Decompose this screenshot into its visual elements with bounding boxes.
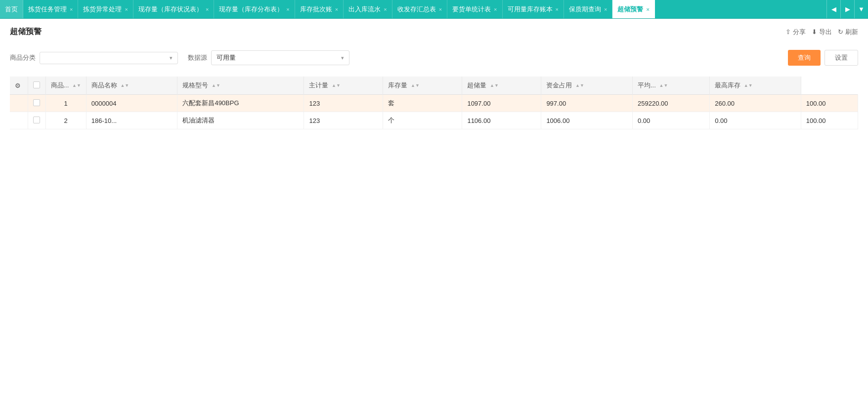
col-stock[interactable]: 库存量 ▲▼ — [383, 77, 462, 95]
category-select[interactable]: ▾ — [40, 52, 178, 64]
col-check — [28, 77, 45, 95]
col-unit[interactable]: 主计量 ▲▼ — [304, 77, 383, 95]
nav-arrow-more[interactable]: ▼ — [854, 0, 868, 19]
category-label: 商品分类 — [10, 53, 36, 62]
datasource-label: 数据源 — [188, 53, 207, 62]
nav-item-batch[interactable]: 库存批次账 × — [295, 0, 344, 18]
sort-icon: ▲▼ — [490, 83, 499, 88]
close-icon[interactable]: × — [494, 6, 497, 12]
close-icon[interactable]: × — [439, 6, 442, 12]
close-icon[interactable]: × — [556, 6, 559, 12]
nav-item-summary[interactable]: 收发存汇总表 × — [392, 0, 447, 18]
row-name: 机油滤清器 — [177, 112, 304, 129]
chevron-down-icon: ▾ — [341, 55, 344, 61]
col-max-stock[interactable]: 最高库存 ▲▼ — [710, 77, 801, 95]
col-spec[interactable]: 规格型号 ▲▼ — [177, 77, 304, 95]
share-button[interactable]: ⇧ 分享 — [785, 28, 806, 37]
close-icon[interactable]: × — [335, 6, 338, 12]
sort-icon: ▲▼ — [575, 83, 584, 88]
nav-arrows: ◀ ▶ ▼ — [826, 0, 868, 19]
row-max-stock: 100.00 — [801, 112, 858, 129]
row-capital: 259220.00 — [633, 95, 710, 112]
close-icon[interactable]: × — [70, 6, 73, 12]
col-avg[interactable]: 平均... ▲▼ — [633, 77, 710, 95]
col-capital[interactable]: 资金占用 ▲▼ — [541, 77, 633, 95]
close-icon[interactable]: × — [206, 6, 209, 12]
export-icon: ⬇ — [812, 28, 817, 36]
table-row: 1 0000004 六配套新昌490BPG 123 套 1097.00 997.… — [10, 95, 858, 112]
table-header-row: ⚙ 商品... ▲▼ 商品名称 ▲▼ 规格型号 ▲▼ 主计 — [10, 77, 858, 95]
row-gear — [10, 112, 28, 129]
page-header: 超储预警 ⇧ 分享 ⬇ 导出 ↻ 刷新 — [10, 27, 858, 37]
row-checkbox[interactable] — [33, 117, 40, 123]
nav-arrow-left[interactable]: ◀ — [826, 0, 840, 19]
page-content: 超储预警 ⇧ 分享 ⬇ 导出 ↻ 刷新 商品分类 ▾ 数据源 — [0, 19, 868, 395]
datasource-select[interactable]: 可用量 ▾ — [211, 50, 349, 65]
sort-icon: ▲▼ — [120, 83, 129, 88]
close-icon[interactable]: × — [604, 6, 607, 12]
nav-item-inout-flow[interactable]: 出入库流水 × — [344, 0, 392, 18]
header-checkbox[interactable] — [33, 81, 40, 88]
row-avg: 260.00 — [710, 95, 801, 112]
share-icon: ⇧ — [785, 28, 791, 36]
nav-item-stock-status[interactable]: 现存量（库存状况表） × — [133, 0, 214, 18]
gear-icon: ⚙ — [15, 82, 21, 89]
nav-item-task-mgmt[interactable]: 拣货任务管理 × — [23, 0, 78, 18]
row-check[interactable] — [28, 95, 45, 112]
data-table: ⚙ 商品... ▲▼ 商品名称 ▲▼ 规格型号 ▲▼ 主计 — [10, 77, 858, 129]
sort-icon: ▲▼ — [212, 83, 220, 88]
nav-item-available[interactable]: 可用量库存账本 × — [503, 0, 564, 18]
query-button[interactable]: 查询 — [788, 50, 821, 66]
row-over-stock: 997.00 — [541, 95, 633, 112]
header-actions: ⇧ 分享 ⬇ 导出 ↻ 刷新 — [785, 28, 858, 37]
nav-item-order-stats[interactable]: 要货单统计表 × — [447, 0, 502, 18]
export-button[interactable]: ⬇ 导出 — [812, 28, 832, 37]
row-name: 六配套新昌490BPG — [177, 95, 304, 112]
row-index: 1 — [45, 95, 86, 112]
close-icon[interactable]: × — [646, 6, 649, 12]
datasource-filter: 数据源 可用量 ▾ — [188, 50, 349, 65]
sort-icon: ▲▼ — [744, 83, 753, 88]
filter-row: 商品分类 ▾ 数据源 可用量 ▾ 查询 设置 — [10, 45, 858, 71]
row-capital: 0.00 — [633, 112, 710, 129]
row-spec: 123 — [304, 95, 383, 112]
nav-item-home[interactable]: 首页 — [0, 0, 23, 18]
table-body: 1 0000004 六配套新昌490BPG 123 套 1097.00 997.… — [10, 95, 858, 129]
close-icon[interactable]: × — [286, 6, 289, 12]
col-name[interactable]: 商品名称 ▲▼ — [86, 77, 177, 95]
nav-item-quality[interactable]: 保质期查询 × — [564, 0, 612, 18]
row-unit: 套 — [383, 95, 462, 112]
nav-item-abnormal[interactable]: 拣货异常处理 × — [78, 0, 133, 18]
sort-icon: ▲▼ — [72, 83, 81, 88]
row-gear — [10, 95, 28, 112]
sort-icon: ▲▼ — [332, 83, 341, 88]
col-code[interactable]: 商品... ▲▼ — [45, 77, 86, 95]
datasource-value: 可用量 — [217, 53, 236, 62]
row-check[interactable] — [28, 112, 45, 129]
row-unit: 个 — [383, 112, 462, 129]
row-avg: 0.00 — [710, 112, 801, 129]
nav-item-overstock[interactable]: 超储预警 × — [612, 0, 654, 18]
settings-button[interactable]: 设置 — [825, 50, 858, 66]
nav-item-stock-dist[interactable]: 现存量（库存分布表） × — [214, 0, 295, 18]
category-filter: 商品分类 ▾ — [10, 52, 178, 64]
refresh-button[interactable]: ↻ 刷新 — [838, 28, 858, 37]
close-icon[interactable]: × — [125, 6, 128, 12]
col-gear[interactable]: ⚙ — [10, 77, 28, 95]
nav-arrow-right[interactable]: ▶ — [840, 0, 854, 19]
chevron-down-icon: ▾ — [170, 55, 173, 61]
row-max-stock: 100.00 — [801, 95, 858, 112]
col-over-stock[interactable]: 超储量 ▲▼ — [462, 77, 541, 95]
row-stock: 1106.00 — [462, 112, 541, 129]
row-checkbox[interactable] — [33, 99, 40, 106]
table-row: 2 186-10... 机油滤清器 123 个 1106.00 1006.00 … — [10, 112, 858, 129]
top-navigation: 首页 拣货任务管理 × 拣货异常处理 × 现存量（库存状况表） × 现存量（库存… — [0, 0, 868, 19]
filter-actions: 查询 设置 — [788, 50, 858, 66]
row-stock: 1097.00 — [462, 95, 541, 112]
refresh-icon: ↻ — [838, 28, 843, 36]
row-code: 0000004 — [86, 95, 177, 112]
row-index: 2 — [45, 112, 86, 129]
row-over-stock: 1006.00 — [541, 112, 633, 129]
close-icon[interactable]: × — [384, 6, 387, 12]
row-code: 186-10... — [86, 112, 177, 129]
